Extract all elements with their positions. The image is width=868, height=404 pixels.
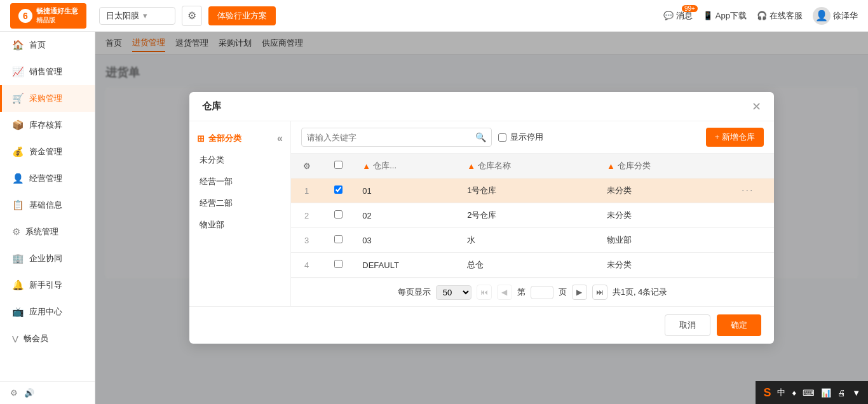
content-area: 首页 进货管理 退货管理 采购计划 供应商管理 进货单 仓库 ✕ (95, 32, 868, 404)
user-profile-button[interactable]: 👤 徐泽华 (813, 7, 858, 25)
chevron-down-icon: ▾ (143, 11, 147, 20)
show-disabled-checkbox-label[interactable]: 显示停用 (498, 131, 543, 143)
table-row[interactable]: 3 03 水 物业部 (291, 228, 774, 253)
modal-overlay: 仓库 ✕ ⊞ 全部分类 « 未分类 经营一部 经营二部 (95, 32, 868, 404)
modal-left-panel: ⊞ 全部分类 « 未分类 经营一部 经营二部 物业部 (189, 121, 291, 306)
row-num: 3 (291, 228, 322, 253)
table-row[interactable]: 1 01 1号仓库 未分类 ··· (291, 178, 774, 203)
sidebar-item-home[interactable]: 🏠 首页 (0, 32, 95, 58)
bottom-s-icon: S (763, 386, 771, 400)
row-num: 1 (291, 178, 322, 203)
experience-industry-button[interactable]: 体验行业方案 (208, 6, 276, 25)
select-all-checkbox[interactable] (334, 161, 342, 169)
search-input[interactable] (307, 133, 475, 142)
bottom-chart-icon[interactable]: 📊 (821, 388, 831, 398)
category-header: ⊞ 全部分类 « (189, 128, 290, 149)
page-unit-label: 页 (559, 286, 567, 298)
home-icon: 🏠 (12, 39, 24, 51)
app-logo: 6 畅捷通好生意 精品版 (10, 3, 86, 29)
confirm-button[interactable]: 确定 (717, 314, 761, 336)
sidebar-item-guide[interactable]: 🔔 新手引导 (0, 272, 95, 299)
message-icon: 💬 (663, 11, 674, 20)
app-download-button[interactable]: 📱 App下载 (703, 10, 747, 22)
modal-header: 仓库 ✕ (189, 92, 774, 121)
bottom-diamond-icon: ♦ (792, 388, 796, 398)
bottom-print-icon[interactable]: 🖨 (837, 388, 846, 398)
pagination-bar: 每页显示 50 100 200 ⏮ ◀ 第 1 页 ▶ (291, 278, 774, 306)
sidebar-item-finance[interactable]: 💰 资金管理 (0, 138, 95, 165)
total-info: 共1页, 4条记录 (613, 286, 668, 298)
sidebar-item-basic-info[interactable]: 📋 基础信息 (0, 192, 95, 219)
row-ops: ··· (722, 178, 775, 203)
sidebar-item-management[interactable]: 👤 经营管理 (0, 165, 95, 192)
th-category[interactable]: ▲ 仓库分类 (599, 154, 721, 178)
purchase-icon: 🛒 (12, 93, 24, 104)
next-page-button[interactable]: ▶ (572, 285, 587, 300)
row-actions-button[interactable]: ··· (742, 185, 754, 196)
collapse-left-button[interactable]: « (277, 133, 283, 144)
top-bar-right: 💬 消息 99+ 📱 App下载 🎧 在线客服 👤 徐泽华 (663, 7, 858, 25)
add-warehouse-button[interactable]: + 新增仓库 (706, 128, 764, 147)
enterprise-icon: 🏢 (12, 253, 24, 264)
row-checkbox[interactable] (334, 260, 342, 268)
th-name[interactable]: ▲ 仓库名称 (459, 154, 599, 178)
modal-close-button[interactable]: ✕ (752, 101, 761, 112)
sound-icon[interactable]: 🔊 (24, 388, 34, 398)
category-item-dept2[interactable]: 经营二部 (189, 192, 290, 214)
first-page-button[interactable]: ⏮ (477, 285, 492, 300)
settings-bottom-icon[interactable]: ⚙ (10, 388, 18, 398)
table-row[interactable]: 4 DEFAULT 总仓 未分类 (291, 253, 774, 278)
prev-page-button[interactable]: ◀ (497, 285, 512, 300)
company-selector[interactable]: 日太阳膜 ▾ (99, 7, 175, 25)
row-code: 01 (355, 178, 459, 203)
sort-cat-icon: ▲ (607, 161, 615, 171)
row-num: 4 (291, 253, 322, 278)
notification-button[interactable]: 💬 消息 99+ (663, 10, 693, 22)
notification-badge: 99+ (682, 5, 698, 12)
sidebar-item-sales[interactable]: 📈 销售管理 (0, 58, 95, 85)
row-name: 总仓 (459, 253, 599, 278)
online-service-button[interactable]: 🎧 在线客服 (757, 10, 803, 22)
sidebar: 🏠 首页 📈 销售管理 🛒 采购管理 📦 库存核算 💰 资金管理 👤 经营管理 … (0, 32, 95, 404)
row-checkbox-cell (322, 178, 355, 203)
bottom-keyboard-icon[interactable]: ⌨ (803, 388, 815, 398)
sidebar-item-purchase[interactable]: 🛒 采购管理 (0, 85, 95, 112)
app-center-icon: 📺 (12, 306, 24, 318)
th-checkbox (322, 154, 355, 178)
sales-icon: 📈 (12, 66, 24, 77)
cancel-button[interactable]: 取消 (665, 314, 710, 336)
search-icon: 🔍 (475, 132, 486, 142)
category-item-dept1[interactable]: 经营一部 (189, 171, 290, 192)
row-checkbox[interactable] (334, 185, 342, 194)
bottom-lang-icon[interactable]: 中 (777, 387, 785, 398)
last-page-button[interactable]: ⏭ (592, 285, 607, 300)
bottom-arrow-icon[interactable]: ▼ (852, 388, 860, 398)
modal-toolbar: 🔍 显示停用 + 新增仓库 (291, 121, 774, 154)
modal-body: ⊞ 全部分类 « 未分类 经营一部 经营二部 物业部 (189, 121, 774, 306)
settings-gear-button[interactable]: ⚙ (182, 6, 202, 26)
search-box: 🔍 (301, 128, 492, 147)
row-code: 03 (355, 228, 459, 253)
basic-info-icon: 📋 (12, 199, 24, 211)
sidebar-item-system[interactable]: ⚙ 系统管理 (0, 219, 95, 245)
category-item-property[interactable]: 物业部 (189, 214, 290, 236)
th-code[interactable]: ▲ 仓库... (355, 154, 459, 178)
management-icon: 👤 (12, 173, 24, 184)
th-gear[interactable]: ⚙ (291, 154, 322, 178)
row-checkbox[interactable] (334, 210, 342, 219)
per-page-select[interactable]: 50 100 200 (436, 285, 471, 300)
category-item-unclassified[interactable]: 未分类 (189, 149, 290, 171)
avatar: 👤 (813, 7, 831, 25)
sidebar-item-app-center[interactable]: 📺 应用中心 (0, 299, 95, 325)
sidebar-item-inventory[interactable]: 📦 库存核算 (0, 112, 95, 138)
row-checkbox[interactable] (334, 235, 342, 243)
row-name: 2号仓库 (459, 203, 599, 228)
headset-icon: 🎧 (757, 11, 767, 20)
sidebar-item-enterprise[interactable]: 🏢 企业协同 (0, 245, 95, 272)
table-row[interactable]: 2 02 2号仓库 未分类 (291, 203, 774, 228)
row-category: 未分类 (599, 203, 721, 228)
sidebar-item-vip[interactable]: V 畅会员 (0, 325, 95, 352)
page-number-input[interactable]: 1 (531, 286, 553, 299)
row-name: 水 (459, 228, 599, 253)
show-disabled-checkbox[interactable] (498, 133, 506, 142)
